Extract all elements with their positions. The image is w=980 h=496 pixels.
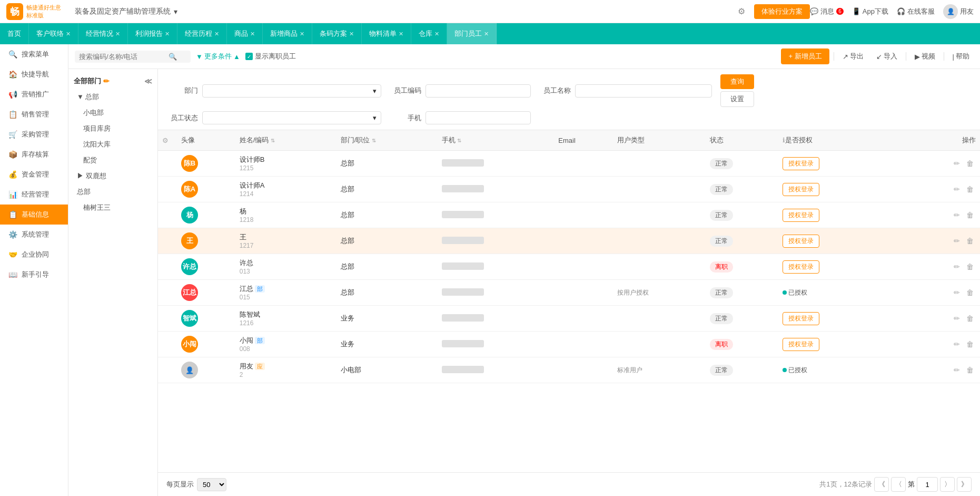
sidebar-item-basic[interactable]: 📋基础信息 xyxy=(0,205,68,225)
nav-tab-物料清单[interactable]: 物料清单✕ xyxy=(362,23,411,44)
sidebar-item-search[interactable]: 🔍搜索菜单 xyxy=(0,44,68,64)
per-page-select[interactable]: 50 20 100 xyxy=(197,478,226,491)
last-page-button[interactable]: 》 xyxy=(957,477,972,492)
close-tab-icon[interactable]: ✕ xyxy=(66,31,71,37)
help-button[interactable]: | 帮助 xyxy=(948,50,974,63)
employee-code-input[interactable] xyxy=(425,84,531,98)
export-button[interactable]: ↗ 导出 xyxy=(838,50,868,63)
sidebar-item-system[interactable]: ⚙️系统管理 xyxy=(0,225,68,245)
sidebar-item-finance[interactable]: 💰资金管理 xyxy=(0,164,68,184)
edit-button[interactable]: ✏ xyxy=(952,339,962,349)
nav-tab-部门员工[interactable]: 部门员工✕ xyxy=(447,23,497,44)
edit-button[interactable]: ✏ xyxy=(952,210,962,220)
sidebar-item-inventory[interactable]: 📦库存核算 xyxy=(0,144,68,164)
delete-button[interactable]: 🗑 xyxy=(964,339,976,349)
dept-item-小电部[interactable]: 小电部 xyxy=(68,105,157,121)
employee-name-input[interactable] xyxy=(575,84,712,98)
nav-tab-条码方案[interactable]: 条码方案✕ xyxy=(312,23,362,44)
nav-tab-仓库[interactable]: 仓库✕ xyxy=(411,23,447,44)
collapse-tree-icon[interactable]: ≪ xyxy=(144,77,152,85)
edit-button[interactable]: ✏ xyxy=(952,313,962,324)
video-button[interactable]: ▶ 视频 xyxy=(910,50,939,63)
nav-tab-商品[interactable]: 商品✕ xyxy=(227,23,263,44)
close-tab-icon[interactable]: ✕ xyxy=(115,31,120,37)
auth-button[interactable]: 授权登录 xyxy=(783,312,819,325)
delete-button[interactable]: 🗑 xyxy=(964,158,976,169)
app-download-button[interactable]: 📱 App下载 xyxy=(852,7,888,16)
dept-item-沈阳大库[interactable]: 沈阳大库 xyxy=(68,137,157,152)
first-page-button[interactable]: 《 xyxy=(874,477,889,492)
prev-page-button[interactable]: 〈 xyxy=(891,477,906,492)
auth-button[interactable]: 授权登录 xyxy=(783,260,819,274)
col-name-cell: 小闯部 008 xyxy=(235,332,336,357)
show-resigned-toggle[interactable]: ✓ 显示离职员工 xyxy=(245,52,296,61)
sidebar-item-purchase[interactable]: 🛒采购管理 xyxy=(0,124,68,144)
nav-tab-利润报告[interactable]: 利润报告✕ xyxy=(128,23,177,44)
user-avatar[interactable]: 👤 用友 xyxy=(943,4,974,19)
page-number-input[interactable] xyxy=(917,477,938,492)
close-tab-icon[interactable]: ✕ xyxy=(214,31,219,37)
col-phone[interactable]: 手机 ⇅ xyxy=(438,130,554,151)
auth-button[interactable]: 授权登录 xyxy=(783,209,819,222)
sidebar-item-sales[interactable]: 📋销售管理 xyxy=(0,104,68,124)
delete-button[interactable]: 🗑 xyxy=(964,261,976,272)
more-conditions-button[interactable]: ▼ 更多条件 ▲ xyxy=(196,52,240,61)
close-tab-icon[interactable]: ✕ xyxy=(434,31,439,37)
delete-button[interactable]: 🗑 xyxy=(964,313,976,324)
nav-tab-经营情况[interactable]: 经营情况✕ xyxy=(78,23,128,44)
dept-item-总部[interactable]: 总部 xyxy=(68,184,157,200)
sidebar-item-enterprise[interactable]: 🤝企业协同 xyxy=(0,245,68,265)
phone-input[interactable] xyxy=(425,111,531,124)
close-tab-icon[interactable]: ✕ xyxy=(484,31,489,37)
edit-button[interactable]: ✏ xyxy=(952,261,962,272)
edit-button[interactable]: ✏ xyxy=(952,158,962,169)
dept-item-楠树王三[interactable]: 楠树王三 xyxy=(68,200,157,216)
edit-dept-icon[interactable]: ✏ xyxy=(103,77,110,85)
dept-item-项目库房[interactable]: 项目库房 xyxy=(68,121,157,137)
sidebar-item-operation[interactable]: 📊经营管理 xyxy=(0,184,68,205)
delete-button[interactable]: 🗑 xyxy=(964,184,976,194)
add-employee-button[interactable]: + 新增员工 xyxy=(781,48,829,64)
auth-button[interactable]: 授权登录 xyxy=(783,235,819,248)
delete-button[interactable]: 🗑 xyxy=(964,365,976,375)
edit-button[interactable]: ✏ xyxy=(952,287,962,298)
employee-status-select[interactable]: ▾ xyxy=(202,111,381,124)
nav-tab-经营历程[interactable]: 经营历程✕ xyxy=(177,23,227,44)
edit-button[interactable]: ✏ xyxy=(952,365,962,375)
reset-button[interactable]: 设置 xyxy=(720,91,754,107)
dept-select[interactable]: ▾ xyxy=(202,84,381,98)
nav-tab-客户联络[interactable]: 客户联络✕ xyxy=(29,23,78,44)
col-name-code[interactable]: 姓名/编码 ⇅ xyxy=(235,130,336,151)
auth-button[interactable]: 授权登录 xyxy=(783,157,819,170)
online-service-button[interactable]: 🎧 在线客服 xyxy=(897,7,935,16)
delete-button[interactable]: 🗑 xyxy=(964,210,976,220)
nav-tab-首页[interactable]: 首页 xyxy=(0,23,29,44)
nav-tab-新增商品[interactable]: 新增商品✕ xyxy=(263,23,312,44)
close-tab-icon[interactable]: ✕ xyxy=(349,31,354,37)
search-button[interactable]: 查询 xyxy=(720,74,754,89)
delete-button[interactable]: 🗑 xyxy=(964,287,976,298)
auth-button[interactable]: 授权登录 xyxy=(783,183,819,196)
dept-item-双鹿想[interactable]: ▶ 双鹿想 xyxy=(68,168,157,184)
edit-button[interactable]: ✏ xyxy=(952,184,962,194)
close-tab-icon[interactable]: ✕ xyxy=(250,31,255,37)
col-dept-position[interactable]: 部门/职位 ⇅ xyxy=(336,130,438,151)
next-page-button[interactable]: 〉 xyxy=(940,477,955,492)
delete-button[interactable]: 🗑 xyxy=(964,236,976,246)
trial-button[interactable]: 体验行业方案 xyxy=(754,4,810,19)
dept-item-总部[interactable]: ▼ 总部 xyxy=(68,89,157,105)
message-button[interactable]: 💬 消息 6 xyxy=(810,7,844,16)
sidebar-item-marketing[interactable]: 📢营销推广 xyxy=(0,84,68,104)
search-input[interactable] xyxy=(79,53,169,61)
import-button[interactable]: ↙ 导入 xyxy=(872,50,902,63)
close-tab-icon[interactable]: ✕ xyxy=(165,31,170,37)
search-input-wrap[interactable]: 🔍 xyxy=(75,51,191,63)
dept-item-配货[interactable]: 配货 xyxy=(68,152,157,168)
edit-button[interactable]: ✏ xyxy=(952,236,962,246)
gear-button[interactable]: ⚙ xyxy=(734,4,749,19)
close-tab-icon[interactable]: ✕ xyxy=(399,31,403,37)
close-tab-icon[interactable]: ✕ xyxy=(300,31,304,37)
auth-button[interactable]: 授权登录 xyxy=(783,338,819,351)
sidebar-item-quick-nav[interactable]: 🏠快捷导航 xyxy=(0,64,68,84)
sidebar-item-guide[interactable]: 📖新手引导 xyxy=(0,265,68,285)
